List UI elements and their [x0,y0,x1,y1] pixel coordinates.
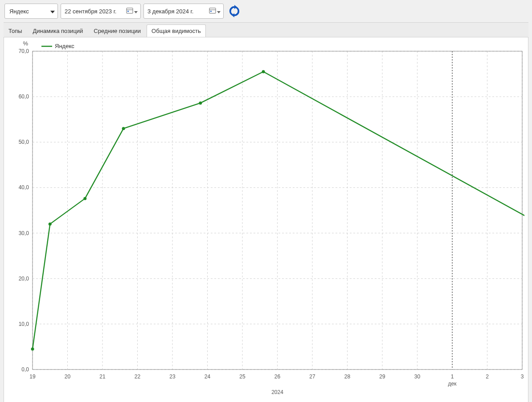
date-from-input[interactable]: 22 сентября 2023 г. [61,4,141,19]
calendar-icon [209,7,216,16]
svg-text:19: 19 [29,374,36,380]
tab-overall-visibility[interactable]: Общая видимость [147,24,206,37]
svg-text:70,0: 70,0 [19,48,29,54]
svg-text:10,0: 10,0 [19,321,29,327]
chevron-down-icon [217,8,221,15]
svg-text:1: 1 [451,374,454,380]
refresh-button[interactable] [226,4,242,19]
svg-rect-7 [210,11,212,12]
tab-tops[interactable]: Топы [4,24,27,37]
svg-text:2: 2 [486,374,489,380]
svg-text:0,0: 0,0 [21,366,29,373]
tabs: Топы Динамика позиций Средние позиции Об… [4,22,528,37]
svg-text:20: 20 [65,374,71,380]
chevron-down-icon [134,8,138,15]
date-to-value: 3 декабря 2024 г. [147,8,193,15]
svg-text:24: 24 [205,374,211,380]
svg-text:22: 22 [135,374,141,380]
line-chart: %Яндекс0,010,020,030,040,050,060,070,019… [8,40,524,401]
svg-point-65 [83,197,86,200]
engine-select[interactable]: Яндекс [4,4,58,19]
tab-position-dynamics[interactable]: Динамика позиций [28,24,88,37]
chart-card: %Яндекс0,010,020,030,040,050,060,070,019… [4,37,528,402]
svg-text:29: 29 [379,374,385,380]
svg-text:21: 21 [99,374,106,380]
tab-label: Средние позиции [94,28,141,34]
toolbar: Яндекс 22 сентября 2023 г. 3 декабря 202… [0,0,532,22]
date-to-input[interactable]: 3 декабря 2024 г. [143,4,224,19]
engine-select-label: Яндекс [9,8,29,15]
svg-point-63 [31,348,34,351]
date-from-value: 22 сентября 2023 г. [65,8,116,15]
svg-text:26: 26 [274,374,281,380]
tab-label: Общая видимость [151,28,201,34]
svg-text:30,0: 30,0 [19,230,29,236]
svg-text:20,0: 20,0 [19,276,29,282]
tab-label: Топы [8,28,22,34]
svg-point-64 [49,223,52,226]
svg-text:25: 25 [239,374,246,380]
svg-marker-4 [134,11,138,13]
svg-text:28: 28 [344,374,351,380]
svg-text:3: 3 [521,374,524,380]
svg-text:60,0: 60,0 [19,93,29,100]
refresh-icon [228,5,241,17]
svg-point-67 [199,102,202,105]
svg-marker-0 [50,11,55,13]
svg-text:Яндекс: Яндекс [55,43,74,49]
svg-text:дек: дек [448,381,457,387]
svg-text:30: 30 [414,374,421,380]
svg-point-68 [262,70,265,73]
svg-rect-3 [127,11,129,12]
svg-text:%: % [23,40,28,47]
tab-label: Динамика позиций [33,28,83,34]
chevron-down-icon [50,8,55,15]
svg-text:23: 23 [169,374,176,380]
svg-text:2024: 2024 [271,389,283,395]
calendar-icon [126,7,133,16]
svg-marker-8 [217,11,221,13]
svg-text:40,0: 40,0 [19,184,29,191]
svg-text:27: 27 [309,374,315,380]
svg-text:50,0: 50,0 [19,139,29,145]
svg-point-66 [122,127,125,130]
tab-avg-positions[interactable]: Средние позиции [89,24,146,37]
